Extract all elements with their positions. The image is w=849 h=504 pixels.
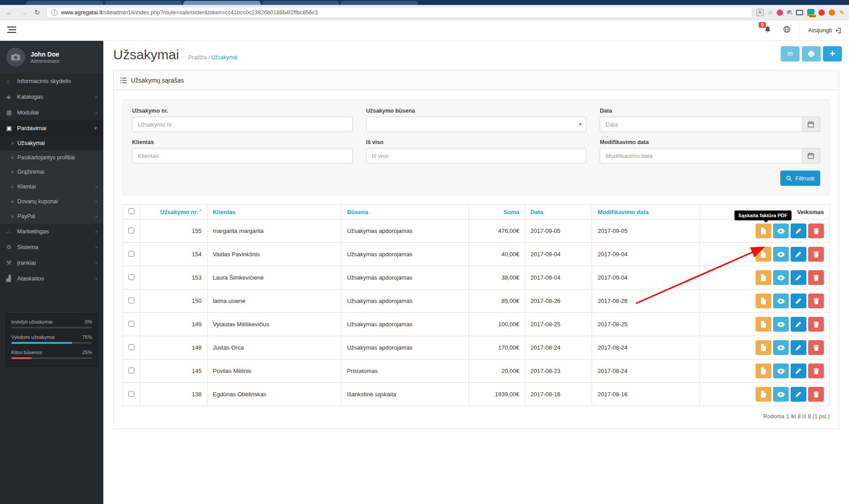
row-checkbox[interactable] [128,298,134,303]
sidebar-item-modules[interactable]: ▦Moduliai› [0,105,103,120]
total-filter-input[interactable] [366,148,587,163]
browser-tab[interactable] [340,1,418,5]
delete-order-button[interactable] [808,247,824,262]
add-order-button[interactable]: + [823,46,842,61]
order-status-filter-select[interactable] [366,117,587,132]
sidebar-subitem-paypal[interactable]: »PayPal› [0,209,103,224]
invoice-pdf-button[interactable] [756,294,771,308]
display-extension-icon[interactable] [796,10,803,15]
view-order-button[interactable] [773,340,789,355]
edit-order-button[interactable] [791,294,806,308]
red-extension-icon[interactable] [818,9,825,16]
browser-tab[interactable] [26,1,103,5]
row-checkbox[interactable] [128,228,134,233]
bookmark-star-icon[interactable]: ☆ [768,9,773,16]
ip-extension-badge[interactable]: IP, [787,10,792,15]
forward-button[interactable]: → [18,9,28,16]
calendar-button[interactable] [802,117,820,132]
invoice-pdf-button[interactable] [756,387,771,402]
edit-order-button[interactable] [791,387,806,402]
modified-filter-input[interactable] [600,148,802,163]
sidebar-item-dashboard[interactable]: ⌂Informacinis skydelis [0,73,103,89]
delete-order-button[interactable] [808,270,824,285]
date-filter-input[interactable] [600,117,802,132]
invoice-pdf-button[interactable] [756,270,771,285]
print-shipping-button[interactable] [802,46,821,61]
edit-order-button[interactable] [791,270,806,285]
invoice-pdf-button[interactable] [756,340,771,355]
view-order-button[interactable] [773,294,789,308]
sort-status[interactable]: Būsena [347,209,368,215]
pencil-extension-icon[interactable]: ✎ [839,9,845,16]
reload-button[interactable]: ↻ [32,9,42,17]
invoice-pdf-button[interactable] [756,317,771,332]
breadcrumb-home[interactable]: Pradžia [188,54,207,61]
sidebar-subitem-gift-vouchers[interactable]: »Dovanų kuponai› [0,194,103,209]
sidebar-item-reports[interactable]: ▟Ataskaitos› [0,271,103,286]
row-checkbox[interactable] [128,274,134,280]
filter-button[interactable]: Filtruoti [780,171,820,186]
view-order-button[interactable] [773,247,789,262]
sort-order-number[interactable]: Užsakymo nr. ˆ [160,209,202,215]
orange-extension-icon[interactable] [829,9,835,16]
language-button[interactable] [783,26,791,35]
delete-order-button[interactable] [808,340,824,355]
print-invoice-button[interactable]: ✉ [781,46,800,61]
order-number-filter-input[interactable] [132,117,353,132]
calendar-button[interactable] [802,148,820,163]
back-button[interactable]: ← [4,9,14,16]
invoice-pdf-button[interactable] [756,224,771,238]
edit-order-button[interactable] [791,364,806,378]
translate-icon[interactable]: A [756,9,764,16]
invoice-pdf-button[interactable] [756,364,771,378]
sidebar-item-sales[interactable]: ▣Pardavimai▾ [0,120,103,136]
pencil-icon [796,251,801,257]
menu-toggle-button[interactable] [7,26,16,35]
edit-order-button[interactable] [791,247,806,262]
sidebar-subitem-recurring-profiles[interactable]: »Pasikartojantys profiliai [0,150,103,165]
pencil-icon [796,368,801,374]
eyedropper-extension-icon[interactable] [777,9,783,16]
delete-order-button[interactable] [808,364,824,378]
sidebar-item-tools[interactable]: ⚒Įrankiai› [0,255,103,271]
sort-modified[interactable]: Modifikavimo data [597,209,648,215]
view-order-button[interactable] [773,364,789,378]
sort-customer[interactable]: Klientas [213,209,236,215]
row-checkbox[interactable] [128,321,134,327]
breadcrumb-current[interactable]: Užsakymai [211,54,238,61]
browser-tab-active[interactable] [183,1,261,5]
edit-order-button[interactable] [791,317,806,332]
edit-order-button[interactable] [791,224,806,238]
sort-total[interactable]: Suma [504,209,519,215]
delete-order-button[interactable] [808,224,824,238]
row-checkbox[interactable] [128,391,134,397]
delete-order-button[interactable] [808,387,824,402]
view-order-button[interactable] [773,317,789,332]
sidebar-subitem-orders[interactable]: »Užsakymai [0,136,103,150]
row-checkbox[interactable] [128,344,134,350]
url-bar[interactable]: i www.agregatai.lt/siteadmin14/index.php… [46,7,752,18]
sidebar-item-system[interactable]: ⚙Sistema› [0,239,103,255]
invoice-pdf-button[interactable] [756,247,771,262]
row-checkbox[interactable] [128,251,134,257]
sidebar-item-catalog[interactable]: ◈Katalogas› [0,89,103,105]
browser-tab[interactable] [105,1,182,5]
view-order-button[interactable] [773,270,789,285]
browser-tab[interactable] [262,1,339,5]
logout-button[interactable]: Atsijungti [800,20,842,40]
edit-order-button[interactable] [791,340,806,355]
page-info-icon[interactable]: i [51,9,57,16]
sidebar-subitem-customers[interactable]: »Klientai› [0,179,103,194]
customer-filter-input[interactable] [132,148,353,163]
view-order-button[interactable] [773,224,789,238]
sidebar-subitem-returns[interactable]: »Grąžinimai [0,165,103,179]
delete-order-button[interactable] [808,294,824,308]
delete-order-button[interactable] [808,317,824,332]
sort-date[interactable]: Data [531,209,543,215]
sidebar-item-marketing[interactable]: ∴Marketingas› [0,224,103,239]
extension-icon-new[interactable]: New [807,9,814,16]
view-order-button[interactable] [773,387,789,402]
select-all-checkbox[interactable] [128,208,134,214]
notifications-button[interactable]: 0 [761,24,774,37]
row-checkbox[interactable] [128,368,134,373]
